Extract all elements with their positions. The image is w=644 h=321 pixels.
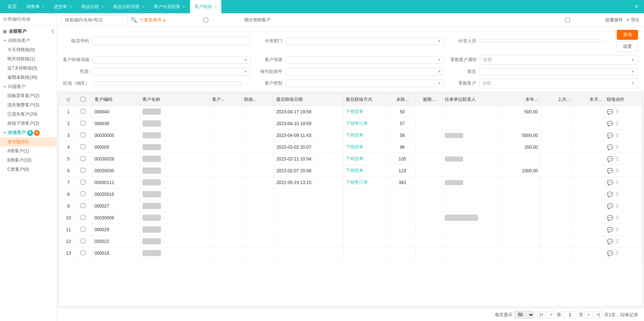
my-customers-check[interactable] xyxy=(169,18,243,22)
row-checkbox-cell[interactable] xyxy=(78,118,92,130)
sidebar-item-churn-risk[interactable]: 流失预警客户(3) xyxy=(0,100,57,110)
sidebar-item-overdue[interactable]: 逾期未联络(30) xyxy=(0,73,57,82)
row-last-method[interactable]: 下销售订单 xyxy=(344,177,389,188)
more-action-icon[interactable]: ⠿ xyxy=(615,121,619,127)
page-number-input[interactable] xyxy=(563,311,577,318)
chat-icon[interactable]: 💬 xyxy=(607,227,613,233)
chat-icon[interactable]: 💬 xyxy=(607,121,613,127)
chat-icon[interactable]: 💬 xyxy=(607,168,613,174)
close-purchase-tab[interactable]: × xyxy=(69,4,71,9)
more-action-icon[interactable]: ⠿ xyxy=(615,156,619,162)
phone-input[interactable] xyxy=(92,36,251,45)
row-checkbox[interactable] xyxy=(81,203,85,208)
value-refresh-badge[interactable]: ↻ xyxy=(34,130,40,136)
row-checkbox-cell[interactable] xyxy=(78,165,92,177)
row-checkbox-cell[interactable] xyxy=(78,236,92,247)
method-link[interactable]: 下销货单 xyxy=(346,168,363,173)
region-select[interactable] xyxy=(92,82,243,85)
department-select[interactable]: ▼ xyxy=(285,37,444,45)
settings-icon[interactable]: ⚙ xyxy=(66,97,71,103)
staff-select[interactable] xyxy=(479,39,603,43)
row-checkbox-cell[interactable] xyxy=(78,130,92,141)
chat-icon[interactable]: 💬 xyxy=(607,215,613,221)
nav-tab-goods-list[interactable]: 商品分析列表 × xyxy=(109,0,148,13)
row-last-method[interactable]: 下销货单 xyxy=(344,141,389,153)
more-action-icon[interactable]: ⠿ xyxy=(615,109,619,115)
th-checkbox[interactable] xyxy=(78,94,92,106)
sidebar-item-lost[interactable]: 已流失客户(24) xyxy=(0,110,57,119)
sidebar-item-7days[interactable]: 近7天待联络(0) xyxy=(0,64,57,73)
region-more-btn[interactable]: … xyxy=(246,81,251,87)
more-action-icon[interactable]: ⠿ xyxy=(615,203,619,209)
nav-tab-purchase[interactable]: 进货单 × xyxy=(49,0,76,13)
row-last-method[interactable]: 下销货单 xyxy=(344,130,389,141)
more-action-icon[interactable]: ⠿ xyxy=(615,191,619,197)
more-action-icon[interactable]: ⠿ xyxy=(615,180,619,186)
nav-tab-sales[interactable]: 销售单 × xyxy=(22,0,49,13)
chat-icon[interactable]: 💬 xyxy=(607,144,613,150)
method-link[interactable]: 下销售订单 xyxy=(346,121,368,126)
close-contact-tab[interactable]: × xyxy=(214,4,217,9)
method-link[interactable]: 下销货单 xyxy=(346,133,363,138)
sidebar-item-abnormal[interactable]: 回购异常客户(2) xyxy=(0,91,57,100)
retail-customer-select[interactable]: 全部 ▼ xyxy=(479,78,638,88)
batch-check[interactable] xyxy=(531,18,604,22)
method-link[interactable]: 下销货单 xyxy=(346,144,363,149)
row-checkbox[interactable] xyxy=(81,121,85,126)
row-checkbox-cell[interactable] xyxy=(78,224,92,236)
method-link[interactable]: 下销货单 xyxy=(346,109,363,114)
sidebar-search-input[interactable] xyxy=(3,17,57,22)
last-page-btn[interactable]: >| xyxy=(594,311,603,318)
th-settings[interactable]: ⚙ xyxy=(59,94,78,106)
row-checkbox-cell[interactable] xyxy=(78,141,92,153)
customer-level-select[interactable]: ▼ xyxy=(285,56,444,64)
row-last-method[interactable]: 下销售订单 xyxy=(344,118,389,130)
chat-icon[interactable]: 💬 xyxy=(607,109,613,115)
chat-icon[interactable]: 💬 xyxy=(607,239,613,244)
sidebar-collapse-btn[interactable]: 《 xyxy=(49,28,54,35)
row-last-method[interactable]: 下销货单 xyxy=(344,106,389,118)
more-action-icon[interactable]: ⠿ xyxy=(615,168,619,174)
sidebar-group-problem[interactable]: ▼ 问题客户 xyxy=(0,82,57,91)
payment-select[interactable]: ▼ xyxy=(285,68,444,75)
row-checkbox[interactable] xyxy=(81,227,85,232)
more-action-icon[interactable]: ⠿ xyxy=(615,144,619,150)
select-all-checkbox[interactable] xyxy=(81,97,85,102)
row-last-method[interactable]: 下销货单 xyxy=(344,165,389,177)
row-checkbox[interactable] xyxy=(81,168,85,173)
more-action-icon[interactable]: ⠿ xyxy=(615,227,619,233)
price-level-select[interactable]: ▼ xyxy=(92,56,251,64)
sidebar-item-today[interactable]: 今天待联络(0) xyxy=(0,45,57,54)
row-checkbox[interactable] xyxy=(81,144,85,149)
row-checkbox[interactable] xyxy=(81,156,85,161)
row-checkbox[interactable] xyxy=(81,239,85,243)
row-checkbox[interactable] xyxy=(81,180,85,184)
more-action-icon[interactable]: ⠿ xyxy=(615,239,619,244)
nav-tab-customer-segment[interactable]: 客户分层经客 × xyxy=(149,0,189,13)
row-checkbox-cell[interactable] xyxy=(78,247,92,259)
query-button[interactable]: 查询 xyxy=(617,30,638,40)
row-checkbox-cell[interactable] xyxy=(78,177,92,188)
method-link[interactable]: 下销货单 xyxy=(346,156,363,161)
export-btn[interactable]: ↗ 导出 xyxy=(626,17,640,23)
more-action-icon[interactable]: ⠿ xyxy=(615,250,619,256)
search-input[interactable] xyxy=(61,15,128,24)
row-checkbox-cell[interactable] xyxy=(78,200,92,212)
nav-tab-customer-contact[interactable]: 客户联络 × xyxy=(190,0,221,13)
my-customers-checkbox[interactable]: 我分管的客户 xyxy=(169,17,271,23)
chat-icon[interactable]: 💬 xyxy=(607,133,613,138)
status-select[interactable]: ▼ xyxy=(479,68,638,75)
sidebar-group-value[interactable]: ▼ 价值客户 R ↻ xyxy=(0,128,57,137)
sidebar-item-class-c[interactable]: C类客户(6) xyxy=(0,165,57,174)
close-sales-tab[interactable]: × xyxy=(42,4,44,9)
row-checkbox[interactable] xyxy=(81,109,85,114)
first-page-btn[interactable]: |< xyxy=(537,311,546,318)
reset-button[interactable]: 设置 xyxy=(617,41,638,52)
filter-search-icon[interactable]: 🔍 xyxy=(131,17,137,23)
prev-page-btn[interactable]: < xyxy=(548,311,555,318)
close-goods-analysis-tab[interactable]: × xyxy=(101,4,103,9)
next-page-btn[interactable]: > xyxy=(585,311,592,318)
row-checkbox-cell[interactable] xyxy=(78,153,92,165)
row-checkbox[interactable] xyxy=(81,133,85,137)
row-checkbox[interactable] xyxy=(81,250,85,255)
